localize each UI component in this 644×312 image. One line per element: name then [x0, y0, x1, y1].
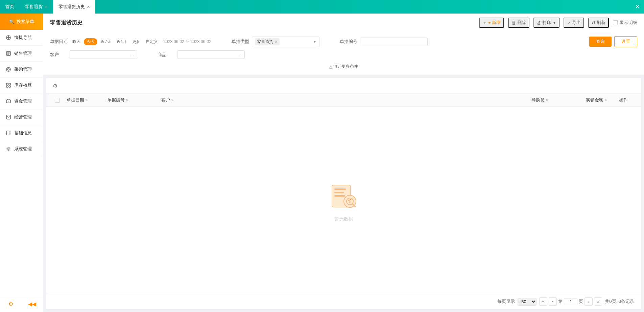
delete-icon: 🗑 — [511, 20, 516, 25]
page-first-button[interactable]: « — [539, 297, 547, 306]
type-tag-close[interactable]: ✕ — [275, 40, 278, 44]
header-checkbox[interactable] — [55, 98, 59, 103]
filter-customer-label: 客户 — [50, 52, 67, 58]
sidebar-search-label: 搜索菜单 — [17, 19, 34, 25]
tab-retail-return-history-label: 零售退货历史 — [58, 4, 85, 10]
filter-number-input[interactable] — [360, 38, 428, 46]
sidebar-item-basic-info-label: 基础信息 — [14, 130, 32, 136]
sidebar-item-system[interactable]: 系统管理 — [0, 141, 43, 157]
page-last-button[interactable]: » — [594, 297, 602, 306]
query-button[interactable]: 查询 — [589, 37, 612, 47]
date-opt-7days[interactable]: 近7天 — [99, 38, 113, 45]
export-icon: ↗ — [567, 20, 571, 25]
tab-bar: 首页 零售退货 ✕ 零售退货历史 ✕ — [0, 0, 630, 14]
filter-customer-item: 客户 … — [50, 50, 137, 59]
tab-retail-return-close[interactable]: ✕ — [45, 5, 48, 9]
delete-button[interactable]: 🗑 删除 — [508, 18, 529, 28]
page-size-select[interactable]: 50 10 20 100 — [518, 298, 536, 306]
empty-state: 暂无数据 — [46, 107, 641, 294]
sidebar-item-inventory[interactable]: 库存核算 — [0, 77, 43, 93]
print-dropdown-icon: ▼ — [553, 21, 556, 25]
inventory-icon — [5, 82, 11, 88]
filter-row-1: 单据日期 昨天 今天 近7天 近1月 更多 自定义 2023-06-02 至 2… — [50, 36, 637, 47]
sidebar-item-purchase-mgmt-label: 采购管理 — [14, 66, 32, 72]
page-prev-button[interactable]: ‹ — [549, 297, 557, 306]
finance-icon — [5, 98, 11, 104]
filter-date-item: 单据日期 昨天 今天 近7天 近1月 更多 自定义 — [50, 38, 160, 45]
filter-date-label: 单据日期 — [50, 39, 68, 45]
tab-retail-return-label: 零售退货 — [25, 4, 43, 10]
page-size-label: 每页显示 — [497, 298, 515, 305]
new-button[interactable]: ＋ + 新增 — [479, 18, 504, 28]
page-suffix: 页 — [579, 298, 583, 305]
svg-point-5 — [7, 68, 9, 70]
top-bar: 首页 零售退货 ✕ 零售退货历史 ✕ ✕ — [0, 0, 644, 14]
empty-icon — [327, 178, 361, 212]
sidebar-item-sales-mgmt-label: 销售管理 — [14, 50, 32, 57]
refresh-icon: ↺ — [592, 20, 595, 25]
collapse-more-button[interactable]: △ 收起更多条件 — [328, 62, 359, 71]
svg-rect-10 — [6, 100, 10, 103]
th-customer[interactable]: 客户 ⇅ — [159, 97, 529, 103]
date-opt-yesterday[interactable]: 昨天 — [70, 38, 82, 45]
svg-point-22 — [348, 200, 350, 201]
operations-icon — [5, 114, 11, 120]
export-button[interactable]: ↗ 导出 — [564, 18, 584, 28]
svg-point-23 — [350, 199, 351, 200]
tab-retail-return[interactable]: 零售退货 ✕ — [20, 0, 53, 14]
guide-sort-icon: ⇅ — [546, 98, 548, 102]
date-opt-today[interactable]: 今天 — [84, 38, 97, 45]
date-sort-icon: ⇅ — [85, 98, 88, 102]
setting-button[interactable]: 设置 — [614, 36, 637, 47]
date-opt-more[interactable]: 更多 — [130, 38, 142, 45]
window-close-button[interactable]: ✕ — [630, 0, 644, 14]
filter-goods-input[interactable]: … — [177, 50, 245, 59]
sidebar-gear-button[interactable]: ⚙ — [0, 296, 22, 312]
tab-home[interactable]: 首页 — [0, 0, 20, 14]
content-area: 零售退货历史 ＋ + 新增 🗑 删除 🖨 打印 ▼ ↗ 导出 — [43, 14, 644, 312]
svg-rect-6 — [6, 83, 8, 85]
th-amount[interactable]: 实销金额 ⇅ — [569, 97, 610, 103]
sidebar-item-quick-nav[interactable]: 快捷导航 — [0, 30, 43, 46]
th-checkbox — [50, 97, 64, 103]
sidebar-item-finance[interactable]: 资金管理 — [0, 93, 43, 109]
refresh-button[interactable]: ↺ 刷新 — [588, 18, 609, 28]
show-detail[interactable]: 显示明细 — [613, 20, 637, 26]
svg-point-14 — [8, 148, 9, 150]
page-summary: 共0页, 0条记录 — [605, 298, 634, 305]
sidebar-item-system-label: 系统管理 — [14, 146, 32, 152]
table-toolbar: ⚙ — [46, 78, 641, 93]
filter-date-range: 2023-06-02 至 2023-06-02 — [163, 39, 211, 45]
filter-customer-input[interactable]: … — [70, 50, 137, 59]
th-guide[interactable]: 导购员 ⇅ — [529, 97, 569, 103]
main-layout: 🔍 搜索菜单 快捷导航 销售管理 采购管理 库存核算 — [0, 14, 644, 312]
number-sort-icon: ⇅ — [126, 98, 128, 102]
th-number[interactable]: 单据编号 ⇅ — [104, 97, 159, 103]
tab-retail-return-history[interactable]: 零售退货历史 ✕ — [53, 0, 95, 14]
table-header: 单据日期 ⇅ 单据编号 ⇅ 客户 ⇅ 导购员 ⇅ 实销金额 ⇅ — [46, 93, 641, 107]
filter-actions: 查询 设置 — [589, 36, 637, 47]
svg-rect-17 — [334, 192, 344, 193]
svg-point-11 — [8, 101, 9, 102]
sidebar-bottom: ⚙ ◀◀ — [0, 296, 43, 312]
filter-goods-label: 商品 — [158, 52, 174, 58]
tab-retail-return-history-close[interactable]: ✕ — [87, 5, 90, 9]
sidebar-item-purchase-mgmt[interactable]: 采购管理 — [0, 62, 43, 77]
sidebar-item-basic-info[interactable]: 基础信息 — [0, 125, 43, 141]
filter-type-select[interactable]: 零售退货 ✕ ▼ — [252, 37, 319, 47]
date-opt-custom[interactable]: 自定义 — [144, 38, 160, 45]
sidebar: 🔍 搜索菜单 快捷导航 销售管理 采购管理 库存核算 — [0, 14, 43, 312]
date-opt-1month[interactable]: 近1月 — [115, 38, 129, 45]
sidebar-item-inventory-label: 库存核算 — [14, 82, 32, 88]
page-number-input[interactable] — [564, 298, 577, 305]
print-button[interactable]: 🖨 打印 ▼ — [533, 18, 559, 28]
filter-number-label: 单据编号 — [340, 39, 357, 45]
table-settings-button[interactable]: ⚙ — [50, 81, 60, 90]
sidebar-search[interactable]: 🔍 搜索菜单 — [0, 14, 43, 30]
show-detail-checkbox[interactable] — [613, 20, 618, 25]
page-next-button[interactable]: › — [585, 297, 593, 306]
sidebar-audio-button[interactable]: ◀◀ — [22, 296, 43, 312]
sidebar-item-sales-mgmt[interactable]: 销售管理 — [0, 46, 43, 62]
th-date[interactable]: 单据日期 ⇅ — [64, 97, 104, 103]
sidebar-item-operations[interactable]: 经营管理 — [0, 109, 43, 125]
